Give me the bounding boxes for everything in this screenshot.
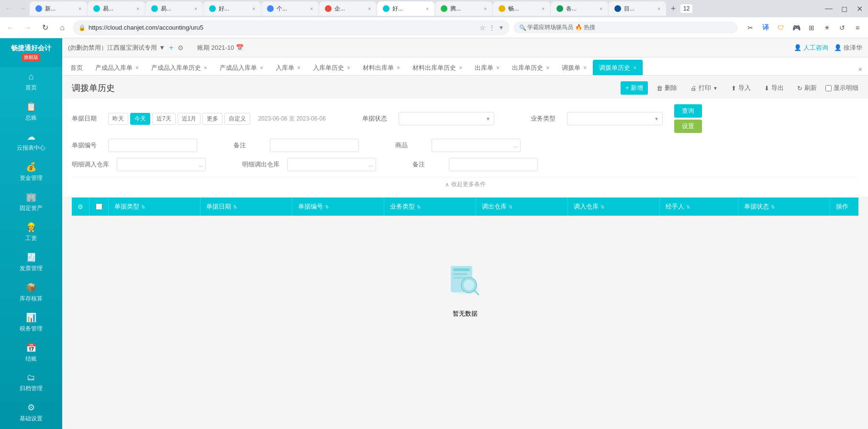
import-button[interactable]: ⬆ 导入 <box>726 81 756 95</box>
date-btn-month[interactable]: 近1月 <box>178 113 201 125</box>
maximize-button[interactable]: ◻ <box>837 2 851 15</box>
tab-close-t11[interactable]: × <box>657 6 660 11</box>
browser-tab-t7[interactable]: 好... × <box>377 1 434 16</box>
more-ext[interactable]: ≡ <box>851 21 864 34</box>
sidebar-logo[interactable]: 畅捷通好会计 旗舰版 <box>0 38 62 67</box>
settings-btn[interactable]: 设置 <box>674 120 702 133</box>
sidebar-item-stock[interactable]: 📦 库存核算 <box>0 277 62 308</box>
nav-home[interactable]: ⌂ <box>56 21 69 34</box>
shield-ext[interactable]: 🛡 <box>774 21 788 34</box>
tab-close-t7[interactable]: × <box>426 6 429 11</box>
sidebar-item-tax[interactable]: 📊 税务管理 <box>0 308 62 338</box>
delete-button[interactable]: 🗑 删除 <box>652 81 682 95</box>
tab-close-t2[interactable]: × <box>136 6 139 11</box>
grid-ext[interactable]: ⊞ <box>805 21 818 34</box>
brightness-ext[interactable]: ☀ <box>820 21 834 34</box>
th-type-sortable[interactable]: 单据类型 ⇅ <box>114 202 194 211</box>
detail-out-input[interactable] <box>287 158 376 171</box>
goods-input[interactable] <box>432 139 521 152</box>
undo-ext[interactable]: ↺ <box>835 21 849 34</box>
tab-close-in-hist[interactable]: × <box>347 65 350 71</box>
refresh-button[interactable]: ↻ 刷新 <box>792 81 822 95</box>
th-date-sortable[interactable]: 单据日期 ⇅ <box>206 202 286 211</box>
sidebar-item-settings[interactable]: ⚙ 基础设置 <box>0 397 62 428</box>
date-btn-week[interactable]: 近7天 <box>152 113 176 125</box>
detail-remark-input[interactable] <box>449 158 538 171</box>
tab-close-t5[interactable]: × <box>310 6 313 11</box>
th-no-sortable[interactable]: 单据编号 ⇅ <box>298 202 378 211</box>
tab-close-prod-in2[interactable]: × <box>260 65 263 71</box>
browser-tab-t5[interactable]: 个... × <box>261 1 319 16</box>
tab-mat-out-hist[interactable]: 材料出库单历史 × <box>406 60 468 75</box>
th-biz-sortable[interactable]: 业务类型 ⇅ <box>390 202 470 211</box>
goods-more-icon[interactable]: ... <box>513 143 518 148</box>
tab-prod-in2[interactable]: 产成品入库单 × <box>213 60 269 75</box>
detail-in-input[interactable] <box>117 158 206 171</box>
sidebar-item-fund[interactable]: 💰 资金管理 <box>0 157 62 187</box>
close-all-tabs-button[interactable]: × <box>855 64 866 75</box>
biz-type-select[interactable] <box>567 112 663 125</box>
bookmark-icon[interactable]: ☆ <box>479 24 486 32</box>
nav-forward[interactable]: → <box>21 21 34 34</box>
tab-close-transfer[interactable]: × <box>583 65 587 71</box>
tab-close-t8[interactable]: × <box>484 6 487 11</box>
forward-button[interactable]: → <box>16 2 29 15</box>
sidebar-item-ledger[interactable]: 📋 总账 <box>0 97 62 127</box>
game-ext[interactable]: 🎮 <box>790 21 803 34</box>
browser-tab-t11[interactable]: 目... × <box>609 1 666 16</box>
print-button[interactable]: 🖨 打印 ▼ <box>686 81 723 95</box>
sidebar-item-wage[interactable]: 👷 工资 <box>0 217 62 247</box>
sidebar-item-home[interactable]: ⌂ 首页 <box>0 67 62 97</box>
browser-tab-t3[interactable]: 易... × <box>145 1 203 16</box>
tab-out-hist[interactable]: 出库单历史 × <box>506 60 556 75</box>
browser-tab-t6[interactable]: 企... × <box>319 1 377 16</box>
browser-tab-t4[interactable]: 好... × <box>203 1 261 16</box>
status-select[interactable] <box>399 112 494 125</box>
th-out-wh-sortable[interactable]: 调出仓库 ⇅ <box>482 202 562 211</box>
browser-tab-t10[interactable]: 各... × <box>551 1 608 16</box>
th-status-sortable[interactable]: 单据状态 ⇅ <box>744 202 824 211</box>
tab-close-out-store[interactable]: × <box>496 65 500 71</box>
service-button[interactable]: 👤 人工咨询 <box>794 44 828 52</box>
tab-in-store[interactable]: 入库单 × <box>269 60 307 75</box>
expand-icon[interactable]: ▼ <box>498 24 504 31</box>
display-cols-checkbox[interactable] <box>825 85 832 91</box>
tab-close-t1[interactable]: × <box>78 6 81 11</box>
period-selector[interactable]: 账期 2021-10 📅 <box>197 44 244 52</box>
tab-close-prod-in[interactable]: × <box>135 65 139 71</box>
close-window-button[interactable]: ✕ <box>853 2 866 15</box>
new-tab-button[interactable]: + <box>667 2 680 15</box>
th-in-wh-sortable[interactable]: 调入仓库 ⇅ <box>574 202 654 211</box>
tab-prod-in-hist[interactable]: 产成品入库单历史 × <box>145 60 213 75</box>
sidebar-item-archive[interactable]: 🗂 归档管理 <box>0 368 62 397</box>
export-button[interactable]: ⬇ 导出 <box>759 81 789 95</box>
tab-close-prod-in-hist[interactable]: × <box>204 65 207 71</box>
tab-transfer[interactable]: 调拨单 × <box>556 60 593 75</box>
user-menu[interactable]: 👤 徐泽华 <box>834 44 862 52</box>
detail-out-more-icon[interactable]: ... <box>369 162 373 167</box>
tab-close-mat-out-hist[interactable]: × <box>459 65 462 71</box>
tab-transfer-hist[interactable]: 调拨单历史 × <box>593 60 643 75</box>
date-btn-more[interactable]: 更多 <box>202 113 223 125</box>
date-btn-yesterday[interactable]: 昨天 <box>108 113 128 125</box>
new-button[interactable]: + 新增 <box>621 81 648 95</box>
translate-ext[interactable]: 译 <box>759 21 772 34</box>
table-settings-icon[interactable]: ⚙ <box>78 203 83 210</box>
browser-tab-t1[interactable]: 新... × <box>30 1 87 16</box>
minimize-button[interactable]: — <box>822 2 835 15</box>
menu-icon[interactable]: ⋮ <box>489 24 495 32</box>
tab-mat-out[interactable]: 材料出库单 × <box>356 60 406 75</box>
tab-prod-in[interactable]: 产成品入库单 × <box>89 60 145 75</box>
nav-back[interactable]: ← <box>4 21 17 34</box>
date-btn-custom[interactable]: 自定义 <box>224 113 250 125</box>
select-all-checkbox[interactable] <box>96 203 102 210</box>
collapse-button[interactable]: ∧ 收起更多条件 <box>445 180 486 188</box>
browser-tab-t2[interactable]: 易... × <box>88 1 145 16</box>
doc-no-input[interactable] <box>108 139 197 152</box>
back-button[interactable]: ← <box>2 2 15 15</box>
sidebar-item-invoice[interactable]: 🧾 发票管理 <box>0 247 62 277</box>
tab-close-t3[interactable]: × <box>194 6 197 11</box>
th-handler-sortable[interactable]: 经手人 ⇅ <box>666 202 732 211</box>
remark-input[interactable] <box>270 139 359 152</box>
query-button[interactable]: 查询 <box>674 104 702 118</box>
